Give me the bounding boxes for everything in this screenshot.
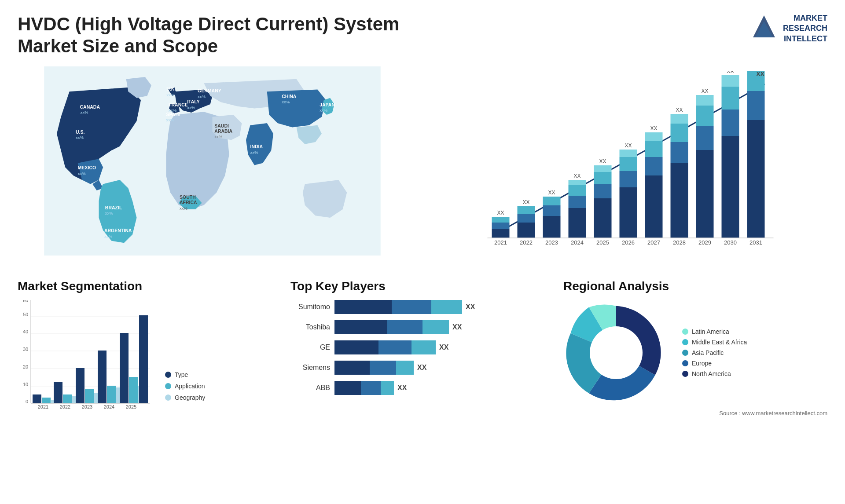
svg-text:xx%: xx%	[80, 110, 88, 115]
svg-text:xx%: xx%	[76, 135, 84, 140]
source-text: Source : www.marketresearchintellect.com	[563, 410, 827, 416]
player-row-ge: GE XX	[290, 340, 555, 354]
svg-text:SAUDI: SAUDI	[214, 123, 229, 128]
svg-rect-54	[569, 185, 586, 196]
svg-text:2024: 2024	[104, 404, 114, 409]
svg-text:XX: XX	[650, 125, 657, 131]
svg-text:xx%: xx%	[250, 150, 259, 155]
svg-rect-119	[54, 382, 62, 403]
svg-rect-48	[543, 205, 561, 216]
players-list: Sumitomo XX Toshiba	[290, 300, 555, 395]
svg-rect-70	[645, 175, 663, 238]
svg-text:30: 30	[23, 347, 28, 352]
svg-rect-60	[594, 172, 612, 184]
legend-application: Application	[165, 383, 205, 390]
svg-text:U.S.: U.S.	[76, 129, 85, 135]
svg-text:FRANCE: FRANCE	[169, 102, 188, 107]
svg-text:BRAZIL: BRAZIL	[105, 205, 122, 210]
svg-text:xx%: xx%	[105, 211, 114, 215]
svg-text:AFRICA: AFRICA	[180, 200, 197, 205]
svg-rect-61	[594, 165, 612, 172]
svg-text:xx%: xx%	[214, 134, 223, 139]
world-map-section: CANADA xx% U.S. xx% MEXICO xx% BRAZIL xx…	[18, 66, 407, 266]
svg-text:2021: 2021	[38, 404, 48, 409]
player-row-abb: ABB XX	[290, 381, 555, 395]
players-section: Top Key Players Sumitomo XX	[290, 279, 555, 416]
players-title: Top Key Players	[290, 279, 555, 293]
player-bar-abb	[334, 381, 394, 395]
svg-rect-88	[722, 136, 739, 238]
svg-rect-120	[63, 394, 72, 403]
legend-asia-pacific: Asia Pacific	[682, 349, 747, 356]
svg-text:XX: XX	[497, 210, 504, 216]
legend-geography: Geography	[165, 394, 205, 401]
svg-text:SOUTH: SOUTH	[180, 194, 196, 200]
svg-text:xx%: xx%	[104, 234, 113, 239]
svg-rect-55	[569, 180, 586, 185]
svg-text:2021: 2021	[494, 239, 507, 246]
svg-rect-53	[569, 196, 586, 208]
svg-rect-91	[722, 75, 739, 87]
svg-text:2026: 2026	[622, 239, 635, 246]
svg-text:xx%: xx%	[198, 94, 206, 99]
svg-rect-76	[671, 163, 688, 238]
player-bar-siemens	[334, 361, 414, 375]
svg-rect-73	[645, 132, 663, 141]
svg-text:XX: XX	[625, 142, 632, 149]
regional-donut-chart	[563, 300, 669, 405]
svg-rect-66	[620, 157, 637, 171]
svg-rect-42	[518, 223, 535, 238]
svg-text:20: 20	[23, 364, 28, 369]
legend-europe: Europe	[682, 360, 747, 367]
svg-text:2025: 2025	[126, 404, 136, 409]
svg-text:XX: XX	[756, 71, 764, 77]
svg-rect-39	[492, 217, 510, 223]
svg-rect-85	[696, 95, 714, 106]
regional-legend: Latin America Middle East & Africa Asia …	[682, 328, 747, 377]
player-bar-ge	[334, 340, 436, 354]
legend-north-america: North America	[682, 370, 747, 377]
svg-text:10: 10	[23, 382, 28, 387]
svg-text:2022: 2022	[520, 239, 533, 246]
svg-text:U.K.: U.K.	[166, 86, 176, 91]
svg-text:2029: 2029	[698, 239, 711, 246]
legend-type: Type	[165, 371, 205, 378]
svg-text:XX: XX	[522, 199, 529, 205]
svg-rect-47	[543, 216, 561, 238]
segmentation-section: Market Segmentation 0 10 20 30 40 50 60	[18, 279, 282, 416]
svg-rect-52	[569, 208, 586, 238]
logo-text: MARKET RESEARCH INTELLECT	[783, 13, 827, 44]
svg-text:MEXICO: MEXICO	[78, 165, 96, 170]
svg-rect-84	[696, 106, 714, 126]
svg-rect-90	[722, 87, 739, 110]
svg-rect-49	[543, 197, 561, 205]
svg-rect-77	[671, 142, 688, 163]
svg-text:ITALY: ITALY	[187, 99, 200, 104]
segmentation-legend: Type Application Geography	[165, 371, 205, 401]
svg-text:xx%: xx%	[187, 105, 195, 110]
header: HVDC (High Voltage Direct Current) Syste…	[18, 13, 827, 58]
svg-text:XX: XX	[676, 107, 683, 113]
player-row-sumitomo: Sumitomo XX	[290, 300, 555, 314]
svg-rect-124	[85, 389, 94, 403]
svg-text:JAPAN: JAPAN	[320, 102, 335, 107]
svg-text:2030: 2030	[724, 239, 737, 246]
svg-rect-71	[645, 157, 663, 175]
svg-rect-78	[671, 124, 688, 142]
svg-rect-116	[42, 398, 51, 403]
svg-rect-135	[139, 315, 148, 403]
svg-text:GERMANY: GERMANY	[198, 88, 221, 93]
svg-text:2024: 2024	[571, 239, 584, 246]
svg-text:xx%: xx%	[320, 108, 328, 113]
page-container: HVDC (High Voltage Direct Current) Syste…	[0, 0, 845, 504]
svg-rect-59	[594, 184, 612, 198]
svg-text:XX: XX	[701, 88, 708, 94]
svg-text:xx%: xx%	[166, 92, 175, 97]
svg-text:2027: 2027	[647, 239, 660, 246]
svg-text:40: 40	[23, 329, 28, 334]
svg-text:INDIA: INDIA	[250, 144, 263, 149]
svg-text:XX: XX	[727, 71, 734, 74]
svg-rect-44	[518, 206, 535, 214]
svg-text:xx%: xx%	[180, 206, 188, 211]
svg-text:xx%: xx%	[78, 171, 86, 175]
